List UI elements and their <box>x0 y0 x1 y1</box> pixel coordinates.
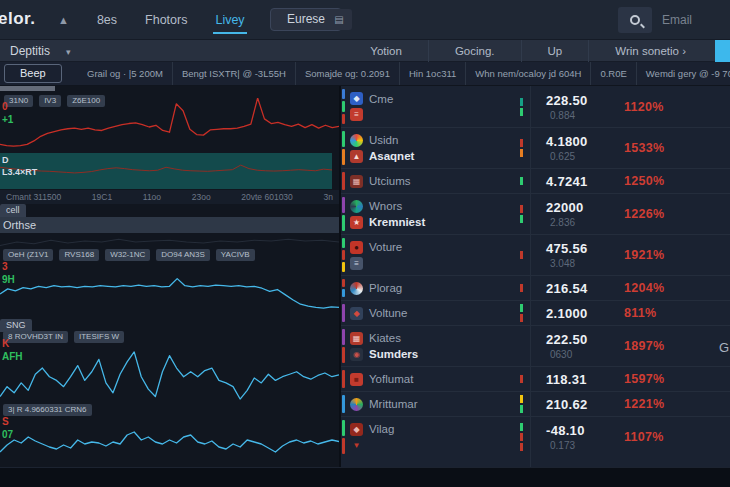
stats-bar: Beep Grail og · |5 200MBengt ISXTR| @ -3… <box>0 62 730 86</box>
nav-item[interactable]: Livey <box>215 0 244 40</box>
price-tick-bars <box>520 177 534 185</box>
asset-price: 222.50 <box>546 332 614 347</box>
row-accent-bars <box>342 395 345 413</box>
chevron-down-icon: ▾ <box>66 47 71 57</box>
row-accent-bars <box>342 420 345 454</box>
gem-icon: ▲ <box>350 150 363 163</box>
row-accent-bars <box>342 329 345 363</box>
asset-name: Voture <box>369 241 402 253</box>
filter-link[interactable]: Yotion <box>344 40 428 62</box>
chart4-values: S 07 <box>2 416 13 440</box>
nav-item[interactable]: Fhotors <box>145 0 187 40</box>
price-line-chart <box>0 98 339 156</box>
stat-item: Whn nem/ocaloy jd 604H <box>465 62 590 86</box>
asset-change: 1921% <box>614 248 730 262</box>
asset-name: Wnors <box>369 200 402 212</box>
asset-price: 4.1800 <box>546 134 614 149</box>
asset-price: 216.54 <box>546 281 614 296</box>
price-tick-bars <box>520 423 534 451</box>
chart-badge: YACIVB <box>216 249 255 261</box>
watchlist-row[interactable]: Wnors★Kremniest220002.8361226% <box>341 193 730 234</box>
watchlist-row[interactable]: ▦Kiates◉Sumders222.5006301897% <box>341 325 730 366</box>
volume-line-chart <box>0 262 339 326</box>
accent-square-button[interactable] <box>715 40 730 62</box>
box-icon: ◆ <box>350 307 363 320</box>
pinwheel-icon <box>350 134 363 147</box>
watchlist-row[interactable]: ◆Vilag▼-48.100.1731107% <box>341 416 730 457</box>
asset-name: Yoflumat <box>369 373 413 385</box>
axis-label: 23oo <box>192 192 211 202</box>
watchlist-row[interactable]: Usidn▲Asaqnet4.18000.6251533% <box>341 127 730 168</box>
tab-cell[interactable]: cell <box>0 204 26 217</box>
bomb-icon: ● <box>350 241 363 254</box>
card-icon: ▦ <box>350 332 363 345</box>
indicator-line-chart <box>0 157 332 184</box>
watchlist-row[interactable]: Mrittumar210.621221% <box>341 391 730 416</box>
menu-icon: ≡ <box>350 257 363 270</box>
asset-subvalue: 0.625 <box>546 151 614 162</box>
asset-subname: Kremniest <box>369 216 425 228</box>
asset-change: 811% <box>614 306 730 320</box>
row-accent-bars <box>342 304 345 322</box>
asset-subvalue: 0.173 <box>546 440 614 451</box>
chart-badge: W32-1NC <box>105 249 150 261</box>
asset-subvalue: 3.048 <box>546 258 614 269</box>
asset-price: 22000 <box>546 200 614 215</box>
top-nav-bar: elor. ▲8esFhotorsLiveyContant Eurese ▤ <box>0 0 730 40</box>
chart3-values: K AFH <box>2 338 23 362</box>
flag2-icon: ■ <box>350 373 363 386</box>
triangle-icon[interactable]: ▲ <box>58 0 69 40</box>
row-accent-bars <box>342 172 345 190</box>
chart-badge: OeH (Z1V1 <box>3 249 53 261</box>
watchlist-row[interactable]: ●Voture≡475.563.0481921% <box>341 234 730 275</box>
asset-change: 1221% <box>614 397 730 411</box>
depths-dropdown[interactable]: Deptitis▾ <box>10 40 71 62</box>
price-tick-bars <box>520 205 534 223</box>
charts-panel: 31N0IV3Z6E100 0 +1 D L3.4×RT Cmant 31150… <box>0 86 339 467</box>
axis-label: Cmant 311500 <box>6 192 61 202</box>
watchlist-row[interactable]: ◆Cme≡228.500.8841120% <box>341 86 730 127</box>
watchlist-row[interactable]: ▦Utciums4.72411250% <box>341 168 730 193</box>
filter-link[interactable]: Up <box>521 40 589 62</box>
watchlist-row[interactable]: ■Yoflumat118.311597% <box>341 366 730 391</box>
logo[interactable]: elor. <box>0 9 35 29</box>
asset-change: 1204% <box>614 281 730 295</box>
shield2-icon: ◆ <box>350 423 363 436</box>
asset-name: Usidn <box>369 134 398 146</box>
nav-item[interactable]: 8es <box>97 0 117 40</box>
axis-label: 19C1 <box>92 192 112 202</box>
apps-icon-button[interactable]: ▤ <box>326 9 352 30</box>
asset-name: Mrittumar <box>369 398 418 410</box>
orthse-bar[interactable]: Orthse <box>0 217 339 233</box>
watchlist-row[interactable]: Plorag216.541204% <box>341 275 730 300</box>
watchlist-row[interactable]: ◆Voltune2.1000811% <box>341 300 730 325</box>
down-arrow-icon: ▼ <box>350 439 363 452</box>
filter-bar: Deptitis▾ YotionGocing.UpWrin sonetio › <box>0 40 730 62</box>
filter-links: YotionGocing.UpWrin sonetio › <box>344 40 712 62</box>
chart-value-green: 07 <box>2 429 13 440</box>
asset-name: Utciums <box>369 175 411 187</box>
asset-name: Vilag <box>369 423 394 435</box>
chart4-badges: 3| R 4.9660331 CRN6 <box>3 404 92 416</box>
price-tick-bars <box>520 98 534 116</box>
price-tick-bars <box>520 304 534 322</box>
bottom-line-chart <box>0 416 339 466</box>
asset-price: 118.31 <box>546 372 614 387</box>
asset-price: 210.62 <box>546 397 614 412</box>
search-icon[interactable] <box>618 7 652 33</box>
search-input[interactable] <box>660 12 726 28</box>
filter-link[interactable]: Wrin sonetio › <box>588 40 712 62</box>
asset-price: -48.10 <box>546 423 614 438</box>
price-tick-bars <box>520 395 534 413</box>
band-labels: D L3.4×RT <box>2 155 37 177</box>
row-accent-bars <box>342 131 345 165</box>
price-tick-bars <box>520 284 534 292</box>
stats-list: Grail og · |5 200MBengt ISXTR| @ -3L55HS… <box>78 62 730 86</box>
filter-link[interactable]: Gocing. <box>428 40 521 62</box>
row-accent-bars <box>342 370 345 388</box>
beep-button[interactable]: Beep <box>4 64 62 83</box>
watchlist: ◆Cme≡228.500.8841120%Usidn▲Asaqnet4.1800… <box>341 86 730 457</box>
price-tick-bars <box>520 375 534 383</box>
globe2-icon <box>350 282 363 295</box>
globe-icon <box>350 200 363 213</box>
